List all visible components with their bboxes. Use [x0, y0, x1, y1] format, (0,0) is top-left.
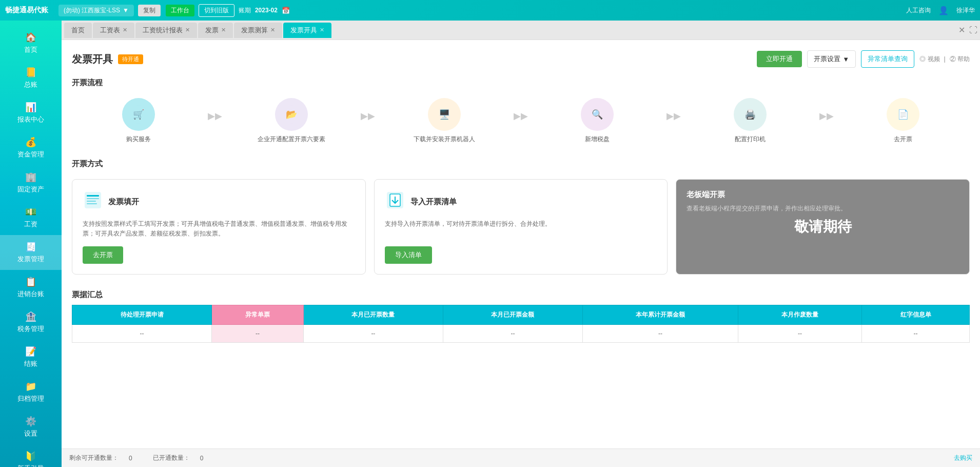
- svg-rect-15: [87, 201, 96, 202]
- sidebar-item-import[interactable]: 📋 进销台账: [0, 270, 62, 305]
- col-red-info: 红字信息单: [862, 305, 970, 325]
- col-today-amount: 本月已开票金额: [443, 305, 582, 325]
- taxdisk-icon: 🔍: [581, 98, 614, 131]
- query-button[interactable]: 异常清单查询: [861, 50, 914, 68]
- buy-link[interactable]: 去购买: [954, 454, 972, 462]
- sidebar-label-settle: 结账: [24, 359, 37, 368]
- sidebar-item-tax[interactable]: 🏦 税务管理: [0, 305, 62, 340]
- svg-rect-12: [85, 192, 101, 208]
- video-link[interactable]: ◎ 视频: [919, 55, 939, 64]
- download-icon: 🖥️: [428, 98, 461, 131]
- manual-card-btn[interactable]: 去开票: [83, 246, 123, 264]
- tab-restore-icon[interactable]: ⛶: [969, 26, 977, 35]
- sidebar-item-settle[interactable]: 📝 结账: [0, 340, 62, 375]
- tab-invoice-close[interactable]: ✕: [221, 27, 226, 33]
- sidebar-item-archive[interactable]: 📁 归档管理: [0, 375, 62, 410]
- import-card-btn[interactable]: 导入清单: [385, 246, 432, 264]
- svg-text:🖨️: 🖨️: [744, 109, 756, 120]
- flow-step-printer: 🖨️ 配置打印机: [683, 98, 817, 144]
- tab-home[interactable]: 首页: [64, 23, 92, 38]
- sidebar-item-ledger[interactable]: 📒 总账: [0, 61, 62, 95]
- workspace-button[interactable]: 工作台: [166, 5, 194, 16]
- sidebar-item-settings[interactable]: ⚙️ 设置: [0, 410, 62, 444]
- immediate-open-button[interactable]: 立即开通: [757, 51, 802, 67]
- content-area: 首页 工资表 ✕ 工资统计报表 ✕ 发票 ✕ 发票测算 ✕ 发票开具 ✕: [62, 21, 980, 467]
- page-header: 发票开具 待开通 立即开通 开票设置 ▼ 异常清单查询 ◎ 视频 | ② 帮助: [72, 50, 970, 68]
- home-icon: 🏠: [25, 32, 36, 43]
- tab-invoice-calc[interactable]: 发票测算 ✕: [234, 23, 282, 38]
- company-selector[interactable]: (勿动) 江西服宝-LSS ▼: [58, 5, 134, 16]
- ledger-icon: 📒: [25, 67, 36, 78]
- sidebar-item-guide[interactable]: 🔰 新手引导: [0, 444, 62, 467]
- sidebar-label-archive: 归档管理: [17, 394, 44, 403]
- manual-card-icon: [83, 190, 103, 214]
- manual-card-header: 发票填开: [83, 190, 355, 214]
- company-dropdown-icon: ▼: [123, 7, 129, 14]
- tab-invoice-tool-close[interactable]: ✕: [320, 27, 324, 33]
- svg-text:📂: 📂: [286, 109, 298, 120]
- tab-invoice-calc-close[interactable]: ✕: [270, 27, 275, 33]
- col-year-amount: 本年累计开票金额: [582, 305, 738, 325]
- help-link[interactable]: ② 帮助: [950, 55, 970, 64]
- sidebar-label-salary: 工资: [24, 220, 37, 229]
- settings-label: 开票设置: [814, 54, 840, 64]
- tab-salary-table[interactable]: 工资表 ✕: [93, 23, 134, 38]
- salary-icon: 💵: [25, 206, 36, 218]
- footer-bar: 剩余可开通数量： 0 已开通数量： 0 去购买: [62, 449, 980, 467]
- settings-button[interactable]: 开票设置 ▼: [807, 50, 856, 68]
- top-bar-actions: 工作台 切到旧版 账期 2023-02 📅: [166, 4, 290, 17]
- flow-step-download: 🖥️ 下载并安装开票机器人: [378, 98, 511, 144]
- import-card-desc: 支持导入待开票清单，可对待开票清单进行拆分、合并处理。: [385, 219, 657, 239]
- remaining-label: 剩余可开通数量：: [69, 454, 119, 462]
- tab-close-all-icon[interactable]: ✕: [958, 25, 965, 35]
- cell-waste-count: --: [738, 325, 862, 343]
- sidebar-item-asset[interactable]: 🏢 固定资产: [0, 165, 62, 200]
- archive-icon: 📁: [25, 381, 36, 392]
- tab-salary-report-close[interactable]: ✕: [185, 27, 190, 33]
- boss-card-title: 老板端开票: [687, 190, 959, 200]
- page-content: 发票开具 待开通 立即开通 开票设置 ▼ 异常清单查询 ◎ 视频 | ② 帮助: [62, 40, 980, 449]
- fund-icon: 💰: [25, 137, 36, 148]
- col-pending: 待处理开票申请: [72, 305, 212, 325]
- flow-arrow-4: ▶▶: [664, 110, 683, 122]
- flow-step-buy-service: 🛒 购买服务: [72, 98, 205, 144]
- flow-arrow-5: ▶▶: [817, 110, 836, 122]
- sidebar: 🏠 首页 📒 总账 📊 报表中心 💰 资金管理 🏢 固定资产 💵 工资 🧾 发票…: [0, 21, 62, 467]
- manual-card-title: 发票填开: [108, 197, 139, 207]
- settings-arrow-icon: ▼: [842, 55, 849, 63]
- tab-salary-report[interactable]: 工资统计报表 ✕: [135, 23, 197, 38]
- import-card-header: 导入开票清单: [385, 190, 657, 214]
- tab-invoice-tool[interactable]: 发票开具 ✕: [283, 23, 331, 38]
- copy-button[interactable]: 复制: [138, 5, 161, 16]
- col-waste-count: 本月作废数量: [738, 305, 862, 325]
- asset-icon: 🏢: [25, 171, 36, 183]
- sidebar-item-fund[interactable]: 💰 资金管理: [0, 130, 62, 165]
- config-label: 企业开通配置开票六要素: [258, 135, 325, 144]
- cell-today-count: --: [303, 325, 443, 343]
- tab-invoice[interactable]: 发票 ✕: [198, 23, 233, 38]
- cell-year-amount: --: [582, 325, 738, 343]
- calendar-icon[interactable]: 📅: [282, 7, 290, 14]
- support-label[interactable]: 人工咨询: [906, 6, 931, 15]
- col-today-count: 本月已开票数量: [303, 305, 443, 325]
- flow-section-title: 开票流程: [72, 78, 970, 88]
- sidebar-label-import: 进销台账: [17, 289, 44, 299]
- download-label: 下载并安装开票机器人: [414, 135, 475, 144]
- sidebar-item-home[interactable]: 🏠 首页: [0, 26, 62, 61]
- top-bar: 畅捷通易代账 (勿动) 江西服宝-LSS ▼ 复制 工作台 切到旧版 账期 20…: [0, 0, 980, 21]
- main-layout: 🏠 首页 📒 总账 📊 报表中心 💰 资金管理 🏢 固定资产 💵 工资 🧾 发票…: [0, 21, 980, 467]
- switch-old-button[interactable]: 切到旧版: [199, 4, 234, 17]
- svg-text:🖥️: 🖥️: [439, 109, 450, 120]
- tab-salary-table-close[interactable]: ✕: [123, 27, 127, 33]
- sidebar-label-fund: 资金管理: [17, 150, 44, 159]
- method-card-import: 导入开票清单 支持导入待开票清单，可对待开票清单进行拆分、合并处理。 导入清单: [374, 179, 668, 275]
- methods-section-title: 开票方式: [72, 159, 970, 169]
- sidebar-item-invoice[interactable]: 🧾 发票管理: [0, 235, 62, 270]
- tab-salary-table-label: 工资表: [100, 26, 120, 35]
- buy-service-label: 购买服务: [126, 135, 151, 144]
- table-row: -- -- -- -- -- -- --: [72, 325, 970, 343]
- printer-label: 配置打印机: [735, 135, 766, 144]
- sidebar-label-ledger: 总账: [24, 80, 37, 89]
- sidebar-item-salary[interactable]: 💵 工资: [0, 200, 62, 235]
- sidebar-item-report[interactable]: 📊 报表中心: [0, 95, 62, 130]
